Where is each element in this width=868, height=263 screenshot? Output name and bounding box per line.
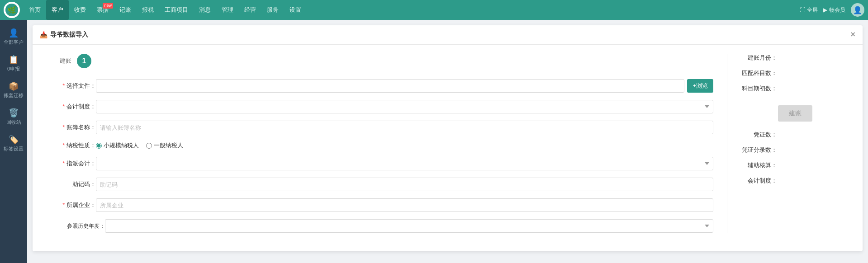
main-layout: 👤 全部客户 📋 0申报 📦 账套迁移 🗑️ 回收站 🏷️ 标签设置 📥 导爷数… (0, 20, 868, 263)
file-input[interactable] (96, 79, 684, 93)
sidebar-item-label: 全部客户 (4, 39, 24, 46)
fullscreen-icon: ⛶ (800, 7, 805, 13)
tax-type-label: * 纳税性质： (60, 141, 96, 150)
import-panel: 📥 导爷数据导入 × 建账 1 * 选择文件： (33, 25, 863, 251)
accountant-label: * 指派会计： (60, 160, 96, 168)
aux-accounting-row: 辅助核算： (736, 161, 854, 169)
step-label: 建账 (60, 57, 71, 65)
file-row: * 选择文件： +浏览 (60, 79, 713, 93)
step-indicator: 建账 1 (60, 54, 713, 68)
tag-icon: 🏷️ (9, 135, 19, 145)
match-subjects-label: 匹配科目数： (736, 69, 777, 77)
accounting-system-row: * 会计制度： (60, 100, 713, 113)
nav-item-fee[interactable]: 收费 (69, 0, 91, 20)
panel-body: 建账 1 * 选择文件： +浏览 (33, 45, 863, 242)
aux-accounting-label: 辅助核算： (736, 161, 777, 169)
panel-title: 导爷数据导入 (50, 31, 88, 39)
nav-item-service[interactable]: 服务 (261, 0, 284, 20)
panel-header: 📥 导爷数据导入 × (33, 25, 863, 45)
sidebar-item-declaration[interactable]: 📋 0申报 (0, 50, 27, 77)
nav-item-tax[interactable]: 报税 (137, 0, 159, 20)
nav-item-message[interactable]: 消息 (194, 0, 216, 20)
nav-menu: 首页 客户 收费 票据 new 记账 报税 工商项目 消息 管理 经营 服务 设… (24, 0, 800, 20)
memo-label: 助记码： (60, 180, 96, 188)
sidebar-item-label: 账套迁移 (4, 92, 24, 99)
step-circle: 1 (77, 54, 91, 68)
nav-item-customer[interactable]: 客户 (46, 0, 69, 20)
build-month-label: 建账月份： (736, 54, 777, 62)
browse-button[interactable]: +浏览 (687, 79, 713, 93)
sidebar: 👤 全部客户 📋 0申报 📦 账套迁移 🗑️ 回收站 🏷️ 标签设置 (0, 20, 27, 263)
new-badge: new (103, 3, 113, 9)
small-scale-radio[interactable] (96, 143, 102, 149)
sidebar-item-all-customers[interactable]: 👤 全部客户 (0, 23, 27, 50)
sidebar-item-trash[interactable]: 🗑️ 回收站 (0, 103, 27, 130)
nav-item-bookkeeping[interactable]: 记账 (114, 0, 137, 20)
all-customers-icon: 👤 (9, 28, 19, 38)
accounting-system-label: * 会计制度： (60, 103, 96, 111)
nav-item-home[interactable]: 首页 (24, 0, 46, 20)
close-button[interactable]: × (850, 30, 855, 39)
nav-item-ticket[interactable]: 票据 new (91, 0, 114, 20)
build-month-row: 建账月份： (736, 54, 854, 62)
small-scale-radio-label[interactable]: 小规模纳税人 (96, 141, 139, 150)
period-balance-row: 科目期初数： (736, 85, 854, 93)
voucher-count-row: 凭证数： (736, 131, 854, 139)
nav-item-settings[interactable]: 设置 (284, 0, 307, 20)
tax-type-radio-group: 小规模纳税人 一般纳税人 (96, 141, 183, 150)
nav-item-business[interactable]: 工商项目 (159, 0, 194, 20)
declaration-icon: 📋 (9, 55, 19, 65)
ledger-name-label: * 账簿名称： (60, 123, 96, 132)
voucher-records-label: 凭证分录数： (736, 146, 777, 154)
fullscreen-button[interactable]: ⛶ 全屏 (800, 6, 818, 14)
nav-right-area: ⛶ 全屏 ▶ 畅会员 👤 (800, 3, 864, 17)
accounting-system-info-row: 会计制度： (736, 177, 854, 185)
sidebar-item-migration[interactable]: 📦 账套迁移 (0, 77, 27, 103)
vip-icon: ▶ (823, 7, 827, 13)
history-year-row: 参照历史年度： (60, 219, 713, 233)
step-number: 1 (82, 57, 86, 65)
form-section: 建账 1 * 选择文件： +浏览 (33, 54, 727, 233)
ledger-name-row: * 账簿名称： (60, 121, 713, 134)
sidebar-item-tags[interactable]: 🏷️ 标签设置 (0, 130, 27, 157)
accountant-row: * 指派会计： (60, 157, 713, 170)
trash-icon: 🗑️ (9, 108, 19, 118)
history-year-label: 参照历史年度： (60, 222, 105, 230)
logo-icon: 🌿 (7, 6, 16, 14)
history-year-select[interactable] (105, 219, 713, 233)
company-label: * 所属企业： (60, 201, 96, 209)
sidebar-item-label: 标签设置 (4, 146, 24, 152)
import-icon: 📥 (40, 31, 47, 38)
content-area: 📥 导爷数据导入 × 建账 1 * 选择文件： (27, 20, 868, 263)
avatar[interactable]: 👤 (851, 3, 864, 17)
nav-item-manage[interactable]: 管理 (216, 0, 239, 20)
sidebar-item-label: 0申报 (7, 66, 20, 72)
general-taxpayer-radio-label[interactable]: 一般纳税人 (146, 141, 183, 150)
tax-type-row: * 纳税性质： 小规模纳税人 一般纳税人 (60, 141, 713, 150)
migration-icon: 📦 (9, 81, 19, 91)
accounting-system-select[interactable] (96, 100, 713, 113)
voucher-records-row: 凭证分录数： (736, 146, 854, 154)
sidebar-item-label: 回收站 (6, 119, 21, 126)
top-navigation: 🌿 首页 客户 收费 票据 new 记账 报税 工商项目 消息 管理 经营 服务… (0, 0, 868, 20)
match-subjects-row: 匹配科目数： (736, 69, 854, 77)
general-taxpayer-radio[interactable] (146, 143, 152, 149)
accountant-select[interactable] (96, 157, 713, 170)
voucher-count-label: 凭证数： (736, 131, 777, 139)
file-label: * 选择文件： (60, 82, 96, 90)
small-scale-label: 小规模纳税人 (104, 141, 139, 150)
ledger-name-input[interactable] (96, 121, 713, 134)
memo-input[interactable] (96, 178, 713, 191)
info-section: 建账月份： 匹配科目数： 科目期初数： 建账 (727, 54, 863, 233)
accounting-system-info-label: 会计制度： (736, 177, 777, 185)
build-account-button[interactable]: 建账 (778, 105, 812, 122)
period-balance-label: 科目期初数： (736, 85, 777, 93)
nav-item-operation[interactable]: 经营 (239, 0, 261, 20)
user-icon: 👤 (853, 6, 862, 14)
vip-button[interactable]: ▶ 畅会员 (823, 6, 845, 14)
app-logo[interactable]: 🌿 (4, 2, 20, 18)
company-row: * 所属企业： (60, 198, 713, 212)
general-taxpayer-label: 一般纳税人 (154, 141, 183, 150)
company-input[interactable] (96, 198, 713, 212)
memo-row: 助记码： (60, 178, 713, 191)
